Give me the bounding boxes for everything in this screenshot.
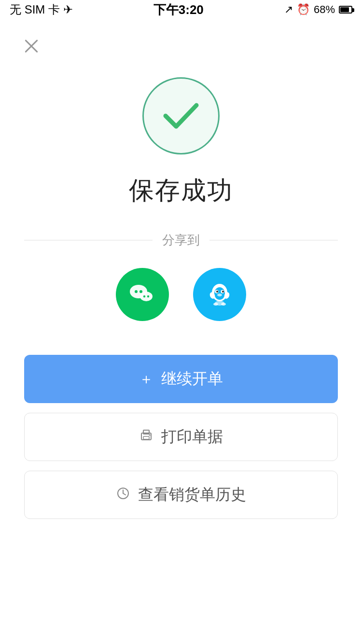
history-label: 查看销货单历史 xyxy=(138,484,246,505)
svg-point-12 xyxy=(217,294,222,296)
svg-point-16 xyxy=(213,303,218,306)
location-icon: ↗ xyxy=(284,3,293,16)
checkmark-icon xyxy=(162,101,200,130)
wechat-share-button[interactable] xyxy=(116,268,169,321)
svg-line-24 xyxy=(123,493,125,495)
share-divider: 分享到 xyxy=(24,232,338,249)
divider-line-left xyxy=(24,240,153,240)
svg-point-21 xyxy=(149,434,151,435)
sim-label: 无 SIM 卡 ✈ xyxy=(10,2,73,17)
svg-point-1 xyxy=(135,290,138,293)
print-label: 打印单据 xyxy=(161,426,223,448)
main-content: 保存成功 分享到 xyxy=(0,58,362,644)
plus-icon: ＋ xyxy=(139,369,153,389)
share-icons xyxy=(116,268,246,321)
history-button[interactable]: 查看销货单历史 xyxy=(24,471,338,519)
close-button[interactable] xyxy=(19,34,43,58)
clock-icon xyxy=(116,486,130,504)
status-time: 下午3:20 xyxy=(153,1,204,18)
success-icon-circle xyxy=(142,77,220,154)
action-buttons: ＋ 继续开单 打印单据 xyxy=(24,355,338,519)
divider-line-right xyxy=(209,240,338,240)
divider-label: 分享到 xyxy=(162,232,200,249)
status-left: 无 SIM 卡 ✈ xyxy=(10,2,73,17)
svg-point-4 xyxy=(143,295,145,297)
print-button[interactable]: 打印单据 xyxy=(24,413,338,461)
svg-point-11 xyxy=(222,291,224,293)
success-title: 保存成功 xyxy=(129,174,233,208)
svg-point-10 xyxy=(216,291,218,293)
svg-point-17 xyxy=(221,303,226,306)
svg-point-5 xyxy=(147,295,149,297)
status-right: ↗ ⏰ 68% xyxy=(284,3,352,16)
battery-label: 68% xyxy=(314,3,335,16)
status-bar: 无 SIM 卡 ✈ 下午3:20 ↗ ⏰ 68% xyxy=(0,0,362,19)
battery-icon xyxy=(339,6,352,14)
qq-icon xyxy=(204,279,235,310)
continue-label: 继续开单 xyxy=(161,368,223,390)
svg-point-3 xyxy=(140,292,153,301)
alarm-icon: ⏰ xyxy=(297,3,310,16)
wechat-icon xyxy=(127,279,158,310)
printer-icon xyxy=(139,428,153,446)
qq-share-button[interactable] xyxy=(193,268,246,321)
svg-point-2 xyxy=(139,290,142,293)
continue-button[interactable]: ＋ 继续开单 xyxy=(24,355,338,403)
svg-rect-20 xyxy=(143,436,149,439)
